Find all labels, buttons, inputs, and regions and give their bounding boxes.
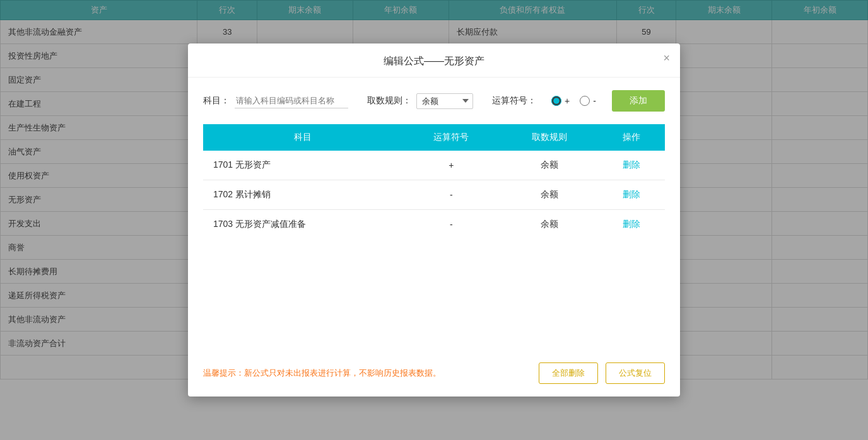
delete-all-button[interactable]: 全部删除 bbox=[539, 362, 598, 384]
delete-button-1[interactable]: 删除 bbox=[623, 159, 640, 170]
subject-label: 科目： bbox=[203, 95, 230, 107]
operator-minus-text: - bbox=[593, 96, 596, 106]
operator-cell-1: + bbox=[402, 151, 500, 180]
footer-tip: 温馨提示：新公式只对未出报表进行计算，不影响历史报表数据。 bbox=[203, 368, 441, 379]
subject-cell-3: 1703 无形资产减值准备 bbox=[203, 210, 402, 240]
rule-cell-1: 余额 bbox=[500, 151, 598, 180]
modal-footer: 温馨提示：新公式只对未出报表进行计算，不影响历史报表数据。 全部删除 公式复位 bbox=[188, 352, 680, 397]
rule-group: 取数规则： 余额 借方 贷方 借方累计 贷方累计 bbox=[367, 93, 473, 109]
add-button[interactable]: 添加 bbox=[612, 90, 665, 112]
subject-cell-2: 1702 累计摊销 bbox=[203, 180, 402, 210]
reset-formula-button[interactable]: 公式复位 bbox=[606, 362, 665, 384]
formula-table: 科目 运算符号 取数规则 操作 1701 无形资产 + 余额 删除 bbox=[203, 124, 665, 239]
table-row: 1701 无形资产 + 余额 删除 bbox=[203, 151, 665, 180]
operator-plus-text: + bbox=[565, 96, 570, 106]
table-header-row: 科目 运算符号 取数规则 操作 bbox=[203, 124, 665, 151]
action-cell-2: 删除 bbox=[598, 180, 665, 210]
th-subject: 科目 bbox=[203, 124, 402, 151]
subject-input[interactable] bbox=[235, 93, 348, 108]
operator-cell-2: - bbox=[402, 180, 500, 210]
operator-minus-label[interactable]: - bbox=[580, 96, 596, 106]
operator-cell-3: - bbox=[402, 210, 500, 240]
modal-overlay: 编辑公式——无形资产 × 科目： 取数规则： 余额 借方 贷方 借方累计 贷方累… bbox=[0, 0, 868, 440]
th-operator: 运算符号 bbox=[402, 124, 500, 151]
modal-header: 编辑公式——无形资产 × bbox=[188, 43, 680, 78]
table-row: 1703 无形资产减值准备 - 余额 删除 bbox=[203, 210, 665, 240]
rule-select[interactable]: 余额 借方 贷方 借方累计 贷方累计 bbox=[416, 93, 473, 109]
modal-body: 科目： 取数规则： 余额 借方 贷方 借方累计 贷方累计 运算符号： bbox=[188, 78, 680, 352]
th-rule: 取数规则 bbox=[500, 124, 598, 151]
delete-button-3[interactable]: 删除 bbox=[623, 219, 640, 229]
rule-cell-3: 余额 bbox=[500, 210, 598, 240]
operator-plus-label[interactable]: + bbox=[551, 96, 570, 106]
operator-minus-radio[interactable] bbox=[580, 96, 590, 106]
subject-cell-1: 1701 无形资产 bbox=[203, 151, 402, 180]
action-cell-3: 删除 bbox=[598, 210, 665, 240]
operator-plus-radio[interactable] bbox=[551, 96, 561, 106]
rule-cell-2: 余额 bbox=[500, 180, 598, 210]
delete-button-2[interactable]: 删除 bbox=[623, 189, 640, 199]
form-row: 科目： 取数规则： 余额 借方 贷方 借方累计 贷方累计 运算符号： bbox=[203, 90, 665, 112]
footer-buttons: 全部删除 公式复位 bbox=[539, 362, 665, 384]
action-cell-1: 删除 bbox=[598, 151, 665, 180]
modal-close-button[interactable]: × bbox=[663, 52, 670, 64]
table-row: 1702 累计摊销 - 余额 删除 bbox=[203, 180, 665, 210]
modal-dialog: 编辑公式——无形资产 × 科目： 取数规则： 余额 借方 贷方 借方累计 贷方累… bbox=[188, 43, 680, 397]
rule-label: 取数规则： bbox=[367, 95, 411, 107]
modal-title: 编辑公式——无形资产 bbox=[384, 55, 484, 68]
operator-group: 运算符号： + - bbox=[492, 95, 596, 107]
operator-label: 运算符号： bbox=[492, 95, 536, 107]
th-action: 操作 bbox=[598, 124, 665, 151]
